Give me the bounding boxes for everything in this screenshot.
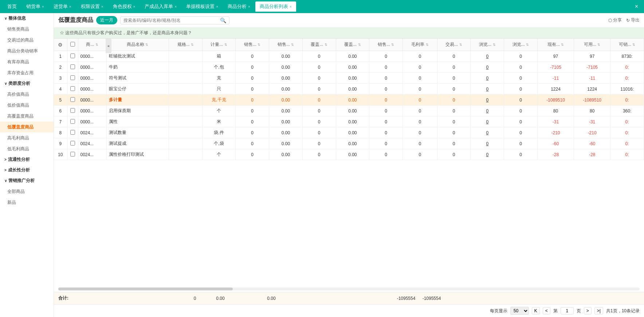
checkbox-column-header[interactable]: [67, 39, 78, 51]
window-close-button[interactable]: ×: [632, 3, 641, 10]
sale-qty-column-header[interactable]: 销售... ⇅: [236, 39, 269, 51]
browse-link[interactable]: 0: [486, 54, 489, 59]
tab-product-in[interactable]: 产成品入库单 ×: [140, 1, 181, 12]
scrollbar-thumb[interactable]: [58, 288, 233, 290]
browse-link[interactable]: 0: [486, 87, 489, 92]
sale-amt-column-header[interactable]: 销售... ⇅: [269, 39, 303, 51]
sidebar-item-sales-products[interactable]: 销售类商品: [0, 24, 54, 35]
row-select-checkbox[interactable]: [70, 54, 75, 58]
sidebar-collapse-button[interactable]: «: [106, 39, 111, 53]
tab-purchase[interactable]: 进货单 ×: [49, 1, 76, 12]
browse-link[interactable]: 0: [486, 98, 489, 103]
per-page-select[interactable]: 50 10 20 100: [510, 307, 529, 315]
row-checkbox[interactable]: [67, 95, 78, 106]
row-browse1[interactable]: 0: [471, 138, 504, 149]
export-button[interactable]: ↻ 导出: [626, 17, 640, 23]
spec-column-header[interactable]: 规格... ⇅: [169, 39, 202, 51]
prev-page-button[interactable]: <: [543, 307, 550, 314]
tab-template[interactable]: 单据模板设置 ×: [182, 1, 223, 12]
sidebar-item-all-products[interactable]: 全部商品: [0, 186, 54, 197]
select-all-checkbox[interactable]: [70, 42, 75, 47]
name-column-header[interactable]: 商品名称 ⇅: [106, 39, 169, 51]
row-select-checkbox[interactable]: [70, 75, 75, 80]
row-select-checkbox[interactable]: [70, 97, 75, 102]
sidebar-section-marketing[interactable]: ∨ 营销推广分析: [0, 175, 54, 186]
row-checkbox[interactable]: [67, 127, 78, 138]
row-browse1[interactable]: 0: [471, 95, 504, 106]
sidebar-section-growth[interactable]: > 成长性分析: [0, 165, 54, 175]
search-input[interactable]: [123, 18, 219, 23]
row-browse1[interactable]: 0: [471, 106, 504, 116]
row-checkbox[interactable]: [67, 62, 78, 73]
close-icon[interactable]: ×: [248, 5, 250, 9]
browse-link[interactable]: 0: [486, 119, 489, 124]
sidebar-item-low-coverage[interactable]: 低覆盖度商品: [0, 122, 54, 132]
close-icon[interactable]: ×: [101, 5, 103, 9]
cover1-column-header[interactable]: 覆盖... ⇅: [302, 39, 336, 51]
row-select-checkbox[interactable]: [70, 119, 75, 124]
sidebar-item-stocked-products[interactable]: 有库存商品: [0, 56, 54, 67]
tab-product-analysis[interactable]: 商品分析 ×: [223, 1, 255, 12]
gross-column-header[interactable]: 毛利率 ⇅: [402, 39, 437, 51]
close-icon[interactable]: ×: [216, 5, 218, 9]
sidebar-item-traded-products[interactable]: 交易过的商品: [0, 35, 54, 45]
filter-recent-month-button[interactable]: 近一月: [96, 16, 117, 24]
browse-link[interactable]: 0: [486, 65, 489, 70]
tab-product-analysis-list[interactable]: 商品分析列表 ×: [255, 1, 296, 12]
gear-icon[interactable]: ⚙: [58, 42, 63, 48]
tab-sales[interactable]: 销货单 ×: [22, 1, 48, 12]
row-select-checkbox[interactable]: [70, 141, 75, 146]
sidebar-item-high-value[interactable]: 高价值商品: [0, 89, 54, 100]
sidebar-item-high-coverage[interactable]: 高覆盖度商品: [0, 111, 54, 122]
search-icon[interactable]: 🔍: [220, 17, 226, 23]
sidebar-section-overall[interactable]: ∨ 整体信息: [0, 13, 54, 24]
row-select-checkbox[interactable]: [70, 64, 75, 69]
row-checkbox[interactable]: [67, 84, 78, 95]
sidebar-section-liquidity[interactable]: > 流通性分析: [0, 154, 54, 165]
first-page-button[interactable]: K: [532, 307, 540, 314]
browse1-column-header[interactable]: 浏览... ⇅: [471, 39, 504, 51]
sidebar-item-inventory-capital[interactable]: 库存资金占用: [0, 67, 54, 78]
tab-permissions[interactable]: 权限设置 ×: [76, 1, 108, 12]
sellable-column-header[interactable]: 可销... ⇅: [610, 39, 644, 51]
tab-home[interactable]: 首页: [3, 1, 21, 12]
row-checkbox[interactable]: [67, 138, 78, 149]
code-column-header[interactable]: 商... ⇅: [78, 39, 106, 51]
row-browse1[interactable]: 0: [471, 84, 504, 95]
row-browse1[interactable]: 0: [471, 51, 504, 62]
current-column-header[interactable]: 现有... ⇅: [537, 39, 574, 51]
row-checkbox[interactable]: [67, 73, 78, 84]
browse-link[interactable]: 0: [486, 76, 489, 81]
close-icon[interactable]: ×: [290, 5, 292, 9]
close-icon[interactable]: ×: [42, 5, 44, 9]
sidebar-item-low-value[interactable]: 低价值商品: [0, 100, 54, 111]
sidebar-item-low-margin[interactable]: 低毛利商品: [0, 143, 54, 154]
sidebar-section-group-analysis[interactable]: ∨ 类群度分析: [0, 78, 54, 89]
browse2-column-header[interactable]: 浏览... ⇅: [504, 39, 538, 51]
row-checkbox[interactable]: [67, 51, 78, 62]
close-icon[interactable]: ×: [69, 5, 71, 9]
row-select-checkbox[interactable]: [70, 152, 75, 156]
browse-link[interactable]: 0: [486, 152, 489, 157]
trade-column-header[interactable]: 交易... ⇅: [437, 39, 471, 51]
current-page-input[interactable]: [561, 307, 574, 314]
sidebar-item-high-margin[interactable]: 高毛利商品: [0, 132, 54, 143]
cover2-column-header[interactable]: 覆盖... ⇅: [336, 39, 369, 51]
row-checkbox[interactable]: [67, 106, 78, 116]
close-icon[interactable]: ×: [133, 5, 136, 9]
sidebar-item-new-products[interactable]: 新品: [0, 197, 54, 208]
next-page-button[interactable]: >: [584, 307, 592, 314]
settings-column-header[interactable]: ⚙: [54, 39, 67, 51]
sidebar-item-category-turnover[interactable]: 商品分类动销率: [0, 45, 54, 56]
available-column-header[interactable]: 可用... ⇅: [574, 39, 610, 51]
row-select-checkbox[interactable]: [70, 86, 75, 91]
row-checkbox[interactable]: [67, 116, 78, 127]
close-icon[interactable]: ×: [174, 5, 177, 9]
row-select-checkbox[interactable]: [70, 108, 75, 113]
row-browse1[interactable]: 0: [471, 127, 504, 138]
row-browse1[interactable]: 0: [471, 73, 504, 84]
horizontal-scrollbar[interactable]: [58, 288, 640, 290]
last-page-button[interactable]: >|: [594, 307, 603, 314]
row-browse1[interactable]: 0: [471, 149, 504, 160]
row-browse1[interactable]: 0: [471, 116, 504, 127]
